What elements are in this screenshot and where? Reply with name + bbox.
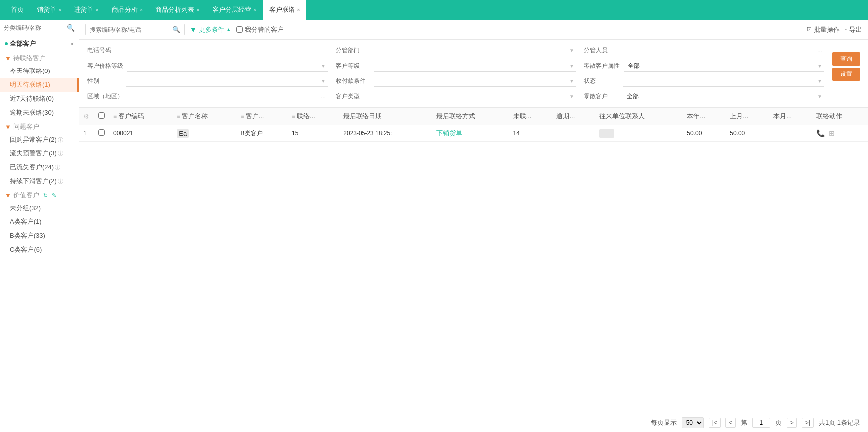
chevron-down-icon-2: ▼ — [321, 63, 326, 69]
filter-dept-select[interactable] — [376, 46, 569, 55]
export-button[interactable]: ↑ 导出 — [845, 25, 863, 34]
nav-sales[interactable]: 销货单 × — [31, 0, 67, 20]
more-filter-button[interactable]: ▼ 更多条件 ▲ — [190, 25, 231, 34]
row-current-year: 50.00 — [683, 125, 726, 142]
row-num: 1 — [79, 125, 94, 142]
sidebar-item-a-class[interactable]: A类客户(1) — [0, 215, 79, 229]
table-row: 1 000021 Ea B类客户 15 2023-05-23 18:25: 下销… — [79, 125, 868, 142]
filter-payment-wrap: ▼ — [374, 75, 576, 87]
nav-home[interactable]: 首页 — [5, 0, 30, 20]
collapse-icon: « — [71, 40, 74, 47]
sidebar-item-c-class[interactable]: C类客户(6) — [0, 243, 79, 257]
filter-customer-type-select[interactable] — [376, 92, 569, 101]
filter-person-input[interactable] — [625, 46, 817, 55]
last-page-button[interactable]: >| — [802, 418, 814, 428]
filter-status-select[interactable] — [625, 76, 817, 85]
settings-icon[interactable]: ⚙ — [83, 113, 89, 120]
filter-price-level-select[interactable] — [129, 61, 321, 70]
nav-purchase[interactable]: 进货单 × — [68, 0, 104, 20]
sidebar-all-customers[interactable]: 全部客户 « — [0, 36, 79, 51]
chevron-down-icon-9: ▼ — [817, 94, 822, 99]
filter-person-more[interactable]: … — [817, 48, 822, 53]
col-current-month: 本月... — [769, 108, 812, 125]
filter-phone-input[interactable] — [126, 46, 328, 55]
filter-status-wrap: ▼ — [623, 75, 824, 87]
sidebar-search-wrap: 🔍 — [0, 20, 79, 36]
info-icon-3: ⓘ — [58, 178, 63, 185]
sidebar-item-declining[interactable]: 持续下滑客户(2) ⓘ — [0, 174, 79, 188]
row-last-contact-type[interactable]: 下销货单 — [433, 125, 509, 142]
chevron-down-icon-8: ▼ — [569, 94, 574, 99]
row-code: 000021 — [109, 125, 173, 142]
search-input[interactable] — [90, 26, 172, 33]
my-customers-checkbox[interactable] — [236, 26, 243, 33]
info-icon-1: ⓘ — [58, 150, 63, 157]
search-bar: 🔍 ▼ 更多条件 ▲ 我分管的客户 ☑ 批量操作 ↑ 导出 — [79, 20, 868, 40]
filter-retail-customer-select[interactable]: 全部 — [625, 92, 817, 101]
filter-icon: ▼ — [190, 26, 197, 34]
row-name: Ea — [173, 125, 236, 142]
first-page-button[interactable]: |< — [709, 418, 721, 428]
col-last-contact-date: 最后联络日期 — [339, 108, 433, 125]
sidebar-item-tomorrow[interactable]: 明天待联络(1) — [0, 78, 79, 92]
nav-sales-close[interactable]: × — [58, 7, 61, 13]
select-all-checkbox[interactable] — [98, 112, 105, 119]
filter-customer-level-wrap: ▼ — [374, 60, 576, 72]
sidebar-item-ungrouped[interactable]: 未分组(32) — [0, 201, 79, 215]
nav-purchase-close[interactable]: × — [95, 7, 98, 13]
chevron-up-icon: ▲ — [226, 27, 231, 32]
nav-product-analysis[interactable]: 商品分析 × — [106, 0, 148, 20]
search-button[interactable]: 🔍 — [172, 26, 180, 33]
filter-region-more[interactable]: … — [321, 94, 326, 99]
filter-customer-type-wrap: ▼ — [374, 91, 576, 102]
action-phone-icon[interactable]: 📞 — [816, 129, 825, 137]
page-number-input[interactable] — [752, 418, 770, 428]
page-size-select[interactable]: 50 — [682, 417, 704, 428]
nav-customer-contact-close[interactable]: × — [297, 7, 300, 13]
col-last-contact-type: 最后联络方式 — [433, 108, 509, 125]
table-wrap: ⚙ 客户编码 客户名称 客户... 联络... 最后联络日期 最后联络方式 未联… — [79, 108, 868, 413]
query-button[interactable]: 查询 — [832, 52, 860, 66]
sidebar-item-today[interactable]: 今天待联络(0) — [0, 64, 79, 78]
chevron-down-icon-4: ▼ — [817, 63, 822, 69]
sidebar-search-input[interactable] — [4, 24, 67, 31]
nav-customer-tier-close[interactable]: × — [253, 7, 256, 13]
nav-customer-tier[interactable]: 客户分层经营 × — [207, 0, 262, 20]
chevron-down-icon-7: ▼ — [817, 78, 822, 84]
nav-product-analysis-list-close[interactable]: × — [196, 7, 199, 13]
sidebar-item-overdue[interactable]: 逾期未联络(30) — [0, 106, 79, 120]
row-contact-count: 15 — [288, 125, 339, 142]
nav-product-analysis-close[interactable]: × — [140, 7, 143, 13]
my-customers-checkbox-wrap[interactable]: 我分管的客户 — [236, 25, 284, 34]
sidebar-item-churn-warning[interactable]: 流失预警客户(3) ⓘ — [0, 146, 79, 160]
nav-product-analysis-list[interactable]: 商品分析列表 × — [149, 0, 205, 20]
prev-page-button[interactable]: < — [725, 418, 736, 428]
filter-region-input[interactable] — [129, 92, 321, 101]
row-actions: 📞 ⊞ — [812, 125, 868, 142]
nav-customer-contact[interactable]: 客户联络 × — [263, 0, 306, 20]
row-overdue — [552, 125, 595, 142]
action-grid-icon[interactable]: ⊞ — [829, 129, 835, 137]
batch-op-button[interactable]: ☑ 批量操作 — [807, 25, 840, 34]
col-checkbox — [94, 108, 109, 125]
filter-phone-row: 电话号码 — [87, 46, 328, 55]
sidebar-search-icon[interactable]: 🔍 — [67, 24, 75, 32]
chevron-down-icon-6: ▼ — [569, 78, 574, 84]
customer-table: ⚙ 客户编码 客户名称 客户... 联络... 最后联络日期 最后联络方式 未联… — [79, 108, 868, 142]
row-checkbox[interactable] — [94, 125, 109, 142]
col-name: 客户名称 — [173, 108, 236, 125]
sidebar-item-7days[interactable]: 近7天待联络(0) — [0, 92, 79, 106]
filter-status-row: 状态 ▼ — [584, 75, 824, 87]
sidebar-item-churned[interactable]: 已流失客户(24) ⓘ — [0, 160, 79, 174]
reset-button[interactable]: 设置 — [832, 68, 860, 81]
refresh-icon[interactable]: ↻ — [43, 192, 48, 199]
sidebar-item-b-class[interactable]: B类客户(33) — [0, 229, 79, 243]
filter-payment-select[interactable] — [376, 76, 569, 85]
sidebar-item-repurchase-abnormal[interactable]: 回购异常客户(2) ⓘ — [0, 133, 79, 146]
edit-icon[interactable]: ✎ — [52, 192, 56, 199]
row-select-checkbox[interactable] — [98, 129, 105, 136]
filter-customer-level-select[interactable] — [376, 61, 569, 70]
filter-gender-select[interactable] — [128, 76, 321, 85]
next-page-button[interactable]: > — [787, 418, 797, 428]
filter-retail-attr-select[interactable]: 全部 — [626, 61, 817, 70]
